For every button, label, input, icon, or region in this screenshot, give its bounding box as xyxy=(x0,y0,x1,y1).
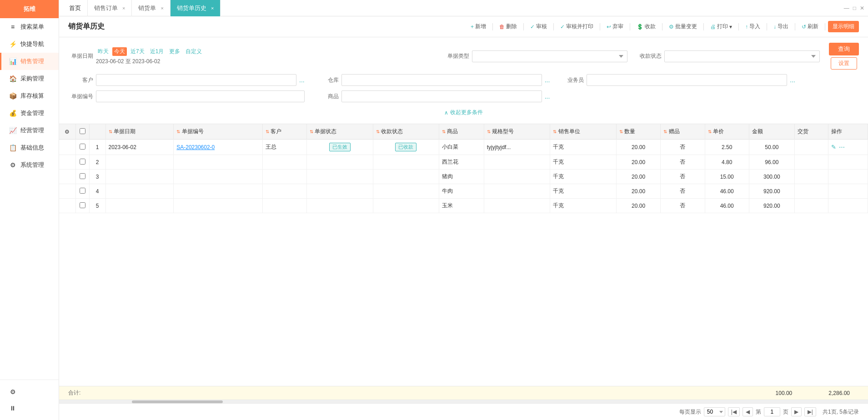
sidebar-item-quick-nav[interactable]: ⚡ 快捷导航 xyxy=(0,35,59,53)
shortcut-custom[interactable]: 自定义 xyxy=(184,47,204,56)
doc-number-input[interactable] xyxy=(96,90,305,102)
tab-sales-order-close[interactable]: × xyxy=(122,5,125,11)
salesperson-dots[interactable]: ... xyxy=(790,76,795,84)
maximize-icon[interactable]: □ xyxy=(853,5,856,11)
refresh-button[interactable]: ↺ 刷新 xyxy=(798,21,822,32)
th-goods[interactable]: ⇅ 商品 xyxy=(439,124,484,140)
td-doc-number[interactable] xyxy=(174,184,262,199)
horizontal-scrollbar[interactable] xyxy=(59,400,868,403)
row-checkbox-0[interactable] xyxy=(80,144,85,150)
sidebar-item-purchase-mgmt[interactable]: 🏠 采购管理 xyxy=(0,70,59,87)
tab-sales-history[interactable]: 销货单历史 × xyxy=(171,0,221,16)
goods-input[interactable] xyxy=(341,90,542,102)
row-checkbox-3[interactable] xyxy=(80,188,85,194)
td-check[interactable] xyxy=(75,199,89,213)
page-last-button[interactable]: ▶| xyxy=(804,407,816,416)
tab-sales-order[interactable]: 销售订单 × xyxy=(88,0,132,16)
audit-print-icon: ✓ xyxy=(560,24,565,30)
page-prev-button[interactable]: ◀ xyxy=(743,407,753,416)
filter-salesperson: 业务员 ... xyxy=(559,74,795,86)
page-number-input[interactable] xyxy=(764,407,780,416)
collect-button[interactable]: 💲 收款 xyxy=(633,21,659,32)
sidebar-item-finance-mgmt[interactable]: 💰 资金管理 xyxy=(0,105,59,122)
th-unit-label: 销售单位 xyxy=(558,128,580,135)
th-unit[interactable]: ⇅ 销售单位 xyxy=(550,124,617,140)
tab-home[interactable]: 首页 xyxy=(63,0,88,16)
delete-button[interactable]: 🗑 删除 xyxy=(496,21,521,32)
tab-sales-delivery[interactable]: 销货单 × xyxy=(132,0,170,16)
warehouse-input[interactable] xyxy=(341,74,542,86)
td-doc-number[interactable] xyxy=(174,155,262,170)
customer-dots[interactable]: ... xyxy=(299,76,305,84)
page-next-button[interactable]: ▶ xyxy=(791,407,802,416)
th-customer[interactable]: ⇅ 客户 xyxy=(262,124,306,140)
discard-button[interactable]: ↩ 弃审 xyxy=(603,21,627,32)
page-size-select[interactable]: 10 20 50 100 xyxy=(704,407,725,416)
print-button[interactable]: 🖨 打印 ▾ xyxy=(707,21,736,32)
th-doc-number[interactable]: ⇅ 单据编号 xyxy=(174,124,262,140)
tab-sales-delivery-close[interactable]: × xyxy=(161,5,163,11)
shortcut-1month[interactable]: 近1月 xyxy=(148,47,166,56)
collapse-button[interactable]: ∧ 收起更多条件 xyxy=(68,107,859,118)
th-qty[interactable]: ⇅ 数量 xyxy=(616,124,660,140)
sidebar-item-search-menu[interactable]: ≡ 搜索菜单 xyxy=(0,18,59,35)
row-checkbox-2[interactable] xyxy=(80,173,85,179)
row-checkbox-1[interactable] xyxy=(80,159,85,165)
sidebar-item-bottom1[interactable]: ⚙ xyxy=(0,384,59,400)
shortcut-more[interactable]: 更多 xyxy=(167,47,182,56)
td-doc-number[interactable] xyxy=(174,199,262,213)
sidebar-item-sales-mgmt[interactable]: 📊 销售管理 xyxy=(0,53,59,70)
shortcut-today[interactable]: 今天 xyxy=(112,47,127,56)
th-doc-date[interactable]: ⇅ 单据日期 xyxy=(105,124,174,140)
audit-button[interactable]: ✓ 审核 xyxy=(527,21,551,32)
tab-sales-history-close[interactable]: × xyxy=(211,5,214,11)
minimize-icon[interactable]: — xyxy=(844,5,849,11)
customer-input[interactable] xyxy=(96,74,296,86)
sidebar-item-system-mgmt[interactable]: ⚙ 系统管理 xyxy=(0,156,59,174)
th-doc-status[interactable]: ⇅ 单据状态 xyxy=(306,124,373,140)
shortcut-yesterday[interactable]: 昨天 xyxy=(96,47,110,56)
more-icon[interactable]: ⋯ xyxy=(839,144,845,150)
td-doc-number[interactable] xyxy=(174,170,262,184)
warehouse-dots[interactable]: ... xyxy=(545,76,550,84)
batch-change-button[interactable]: ⚙ 批量变更 xyxy=(665,21,701,32)
page-first-button[interactable]: |◀ xyxy=(728,407,740,416)
audit-print-button[interactable]: ✓ 审核并打印 xyxy=(557,21,597,32)
td-goods: 猪肉 xyxy=(439,170,484,184)
sidebar-item-basic-info[interactable]: 📋 基础信息 xyxy=(0,139,59,156)
th-payment-status[interactable]: ⇅ 收款状态 xyxy=(373,124,439,140)
td-check[interactable] xyxy=(75,140,89,155)
td-doc-number[interactable]: SA-20230602-0 xyxy=(174,140,262,155)
scrollbar-thumb[interactable] xyxy=(132,400,223,403)
th-gear[interactable]: ⚙ xyxy=(59,124,75,140)
import-button[interactable]: ↑ 导入 xyxy=(742,21,764,32)
settings-button[interactable]: 设置 xyxy=(831,57,857,70)
sidebar-item-bottom2[interactable]: ⏸ xyxy=(0,400,59,416)
close-window-icon[interactable]: ✕ xyxy=(860,5,864,11)
th-check[interactable] xyxy=(75,124,89,140)
query-button[interactable]: 查询 xyxy=(829,43,859,55)
shortcut-7days[interactable]: 近7天 xyxy=(129,47,146,56)
add-button[interactable]: + 新增 xyxy=(467,21,490,32)
edit-icon[interactable]: ✎ xyxy=(831,144,836,150)
divider2 xyxy=(523,23,524,30)
th-gift[interactable]: ⇅ 赠品 xyxy=(661,124,705,140)
doc-type-select[interactable] xyxy=(472,50,627,62)
th-spec[interactable]: ⇅ 规格型号 xyxy=(484,124,550,140)
th-unit-price-label: 单价 xyxy=(713,128,724,135)
goods-dots[interactable]: ... xyxy=(545,93,550,100)
td-check[interactable] xyxy=(75,170,89,184)
td-unit-price: 46.00 xyxy=(705,199,749,213)
sidebar-item-inventory[interactable]: 📦 库存核算 xyxy=(0,87,59,105)
show-detail-button[interactable]: 显示明细 xyxy=(828,21,859,32)
row-checkbox-4[interactable] xyxy=(80,202,85,208)
salesperson-input[interactable] xyxy=(587,74,787,86)
select-all-checkbox[interactable] xyxy=(80,128,85,134)
export-button[interactable]: ↓ 导出 xyxy=(770,21,792,32)
payment-status-select[interactable] xyxy=(664,50,820,62)
sidebar-item-operations-mgmt[interactable]: 📈 经营管理 xyxy=(0,122,59,139)
th-unit-price[interactable]: ⇅ 单价 xyxy=(705,124,749,140)
footer-total-qty: 100.00 xyxy=(776,390,793,396)
td-check[interactable] xyxy=(75,184,89,199)
td-check[interactable] xyxy=(75,155,89,170)
